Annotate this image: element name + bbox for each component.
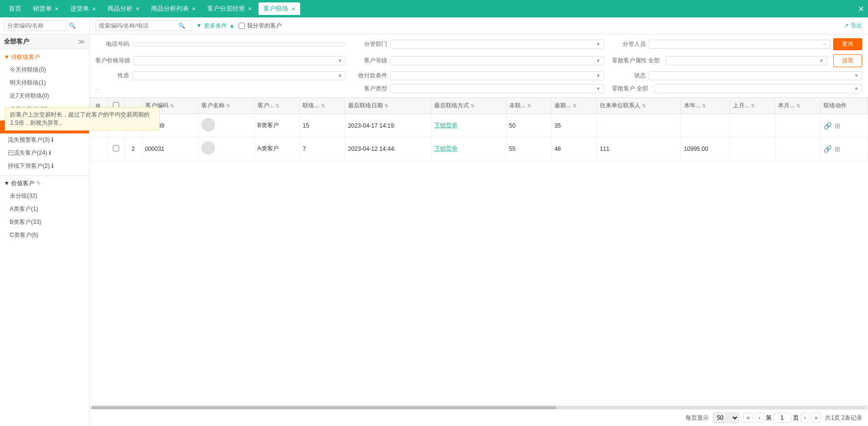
prev-page-button[interactable]: ‹ xyxy=(755,413,764,423)
person-label: 分管人员 xyxy=(612,40,646,48)
page-label: 第 xyxy=(766,414,772,422)
nav-tab-purchase[interactable]: 进货单 ✕ xyxy=(65,2,101,15)
ellipsis-button[interactable]: ··· xyxy=(95,86,100,92)
price-level-select[interactable]: ▼ xyxy=(133,56,346,65)
sidebar-item-c-class[interactable]: C类客户(6) xyxy=(0,229,89,242)
sidebar-item-a-class[interactable]: A类客户(1) xyxy=(0,203,89,216)
nav-tab-product-list[interactable]: 商品分析列表 ✕ xyxy=(146,2,200,15)
nav-tab-customer-segment[interactable]: 客户分层经营 ✕ xyxy=(202,2,257,15)
first-page-button[interactable]: « xyxy=(743,413,753,423)
sidebar-collapse-button[interactable]: ≫ xyxy=(78,38,85,45)
settings-button[interactable]: 设置 xyxy=(833,54,862,67)
filter-row-nature: 性质 ▼ xyxy=(95,71,346,80)
close-product-list-tab[interactable]: ✕ xyxy=(192,6,196,12)
close-customer-segment-tab[interactable]: ✕ xyxy=(248,6,252,12)
close-purchase-tab[interactable]: ✕ xyxy=(92,6,96,12)
phone-input[interactable] xyxy=(132,43,346,46)
filter-row-dept: 分管部门 ▼ xyxy=(353,38,604,50)
scattered-customer-arrow-icon: ▼ xyxy=(854,86,859,91)
filter-search-box[interactable]: 🔍 xyxy=(95,20,192,31)
row2-grid-action[interactable]: ⊞ xyxy=(835,145,840,153)
already-lost-info-icon: ℹ xyxy=(49,149,51,156)
horizontal-scrollbar[interactable] xyxy=(90,405,868,409)
col-last-month[interactable]: 上月... ⇅ xyxy=(730,98,775,114)
row2-checkbox[interactable] xyxy=(107,137,124,161)
customer-level-label: 客户等级 xyxy=(353,57,387,65)
dept-select[interactable]: ▼ xyxy=(390,40,604,49)
col-this-month[interactable]: 本月... ⇅ xyxy=(775,98,821,114)
col-last-contact-date[interactable]: 最后联络日期 ⇅ xyxy=(345,98,431,114)
sidebar-item-7day-pending[interactable]: 近7天待联络(0) xyxy=(0,89,89,103)
advanced-filter-panel: 电话号码 分管部门 ▼ 分管人员 ··· 查询 xyxy=(90,34,868,98)
sidebar-search-icon[interactable]: 🔍 xyxy=(69,22,76,29)
nav-tab-sales[interactable]: 销货单 ✕ xyxy=(28,2,63,15)
close-customer-contact-tab[interactable]: ✕ xyxy=(291,6,295,12)
customer-type-label: 客户类型 xyxy=(353,85,387,93)
person-select[interactable]: ··· xyxy=(649,40,830,49)
row2-last-contact-method[interactable]: 下销货单 xyxy=(431,137,506,161)
sidebar-item-declining[interactable]: 持续下滑客户(2) ℹ xyxy=(0,160,89,173)
col-overdue[interactable]: 逾期... ⇅ xyxy=(551,98,597,114)
lost-prediction-info-icon: ℹ xyxy=(51,136,54,143)
scrollbar-track[interactable] xyxy=(91,406,866,409)
status-select[interactable]: ▼ xyxy=(649,71,862,80)
more-conditions-button[interactable]: ▼ 更多条件 ▲ xyxy=(196,22,235,30)
pending-group-title[interactable]: ▼ 待联络客户 xyxy=(0,51,89,63)
data-table: ⚙ 客户编码 ⇅ 客户名称 ⇅ 客户... ⇅ 联络... ⇅ 最后联络日期 ⇅… xyxy=(90,98,868,161)
payment-label: 收付款条件 xyxy=(353,72,387,80)
page-input[interactable] xyxy=(774,413,791,423)
col-this-year[interactable]: 本年... ⇅ xyxy=(681,98,730,114)
nav-tab-customer-contact[interactable]: 客户联络 ✕ xyxy=(259,2,300,15)
my-customers-check[interactable] xyxy=(239,23,245,29)
row1-last-contact-date: 2023-04-17 14:19: xyxy=(345,114,431,137)
scattered-customer-select[interactable]: ▼ xyxy=(654,84,862,93)
sidebar-search-input[interactable] xyxy=(4,20,67,31)
close-product-tab[interactable]: ✕ xyxy=(136,6,139,12)
next-page-button[interactable]: › xyxy=(801,413,809,423)
sidebar-item-lost-prediction[interactable]: 流失预警客户(3) ℹ xyxy=(0,133,89,147)
row2-customer-code[interactable]: 000031 xyxy=(142,137,198,161)
last-page-button[interactable]: » xyxy=(811,413,822,423)
col-customer-type[interactable]: 客户... ⇅ xyxy=(254,98,300,114)
value-group-title[interactable]: ▼ 价值客户 ✎ xyxy=(0,177,89,190)
sidebar-item-already-lost[interactable]: 已流失客户(24) ℹ xyxy=(0,147,89,160)
col-contact-count[interactable]: 联络... ⇅ xyxy=(300,98,345,114)
filter-row-phone: 电话号码 xyxy=(95,38,346,50)
customer-level-select[interactable]: ▼ xyxy=(390,56,604,65)
row2-link-action[interactable]: 🔗 xyxy=(823,145,832,153)
nav-tab-home[interactable]: 首页 xyxy=(4,2,26,15)
row1-last-contact-method[interactable]: 下销货单 xyxy=(431,114,506,137)
col-past-contacts[interactable]: 往来单位联系人 ⇅ xyxy=(596,98,681,114)
sidebar-item-tomorrow-pending[interactable]: 明天待联络(1) xyxy=(0,76,89,89)
scattered-attr-select[interactable]: ▼ xyxy=(666,56,827,65)
customer-type-arrow-icon: ▼ xyxy=(596,86,601,91)
scrollbar-thumb[interactable] xyxy=(91,406,556,409)
row1-grid-action[interactable]: ⊞ xyxy=(835,122,840,130)
close-sales-tab[interactable]: ✕ xyxy=(55,6,59,12)
phone-label: 电话号码 xyxy=(95,40,129,48)
query-button[interactable]: 查询 xyxy=(833,38,862,50)
sidebar-item-today-pending[interactable]: 今天待联络(0) xyxy=(0,63,89,76)
col-last-contact-method[interactable]: 最后联络方式 ⇅ xyxy=(431,98,506,114)
nature-select[interactable]: ▼ xyxy=(132,71,346,80)
col-customer-name[interactable]: 客户名称 ⇅ xyxy=(198,98,254,114)
customer-type-select[interactable]: ▼ xyxy=(390,84,604,93)
my-customers-checkbox[interactable]: 我分管的客户 xyxy=(239,22,282,30)
per-page-select[interactable]: 50 20 100 xyxy=(713,412,739,423)
col-not-contacted[interactable]: 未联... ⇅ xyxy=(506,98,551,114)
row2-customer-type: A类客户 xyxy=(254,137,300,161)
export-button[interactable]: ↗ 导出 xyxy=(844,22,862,30)
window-close-button[interactable]: ✕ xyxy=(858,4,864,14)
sidebar-item-b-class[interactable]: B类客户(33) xyxy=(0,216,89,229)
value-group-edit-icon[interactable]: ✎ xyxy=(36,180,41,187)
all-customers-label: 全部客户 xyxy=(4,37,29,46)
row1-link-action[interactable]: 🔗 xyxy=(823,122,832,130)
pagination-bar: 每页显示 50 20 100 « ‹ 第 页 › » 共1页 2条记录 xyxy=(90,409,868,426)
sidebar-item-unclassified[interactable]: 未分组(32) xyxy=(0,190,89,203)
row2-customer-name[interactable] xyxy=(198,137,254,161)
row1-customer-name[interactable] xyxy=(198,114,254,137)
payment-select[interactable]: ▼ xyxy=(390,71,604,80)
row1-last-month xyxy=(730,114,775,137)
nav-tab-product-analysis[interactable]: 商品分析 ✕ xyxy=(103,2,144,15)
filter-search-input[interactable] xyxy=(99,22,176,29)
